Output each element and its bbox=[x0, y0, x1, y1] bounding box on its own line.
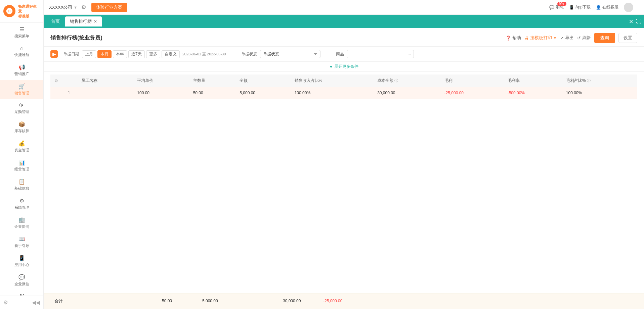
col-amount: 全额 bbox=[235, 74, 290, 87]
sidebar-item-marketing[interactable]: 📢 营销推广 bbox=[0, 61, 43, 80]
sidebar-label-inventory: 库存核算 bbox=[14, 128, 29, 134]
footer-gross: -25,000.00 bbox=[319, 297, 359, 306]
period-last-7[interactable]: 近7天 bbox=[128, 50, 145, 58]
sidebar-nav: ☰ 搜索菜单 ⌂ 快捷导航 📢 营销推广 🛒 销售管理 🛍 采购管理 📦 库存核… bbox=[0, 23, 43, 296]
goods-filter-more-icon: ··· bbox=[407, 52, 411, 56]
purchase-icon: 🛍 bbox=[19, 102, 25, 108]
settings-bottom-icon[interactable]: ⚙ bbox=[3, 299, 8, 306]
export-button[interactable]: ↗ 导出 bbox=[560, 35, 574, 41]
row-gross-cell: -25,000.00 bbox=[440, 87, 504, 99]
data-table: ⚙ 员工名称 平均单价 主数量 全额 销售收入占比% 成本全额 ⓘ bbox=[50, 74, 637, 99]
filter-toggle-button[interactable]: ▶ bbox=[50, 50, 58, 58]
sidebar-item-sales[interactable]: 🛒 销售管理 bbox=[0, 80, 43, 99]
footer-cost: 30,000.00 bbox=[279, 297, 319, 306]
row-settings-cell bbox=[50, 87, 64, 99]
status-filter-section: 单据状态 单据状态 bbox=[241, 50, 320, 58]
settings-button[interactable]: 设置 bbox=[618, 33, 637, 43]
period-custom[interactable]: 自定义 bbox=[162, 50, 180, 58]
app-download-label: App下载 bbox=[575, 4, 591, 10]
sidebar-item-inventory[interactable]: 📦 库存核算 bbox=[0, 118, 43, 137]
sidebar-item-purchase[interactable]: 🛍 采购管理 bbox=[0, 99, 43, 118]
sidebar-item-enterprise[interactable]: 🏢 企业协同 bbox=[0, 213, 43, 233]
goods-filter-input[interactable]: ··· bbox=[347, 50, 414, 58]
sidebar-item-search[interactable]: ☰ 搜索菜单 bbox=[0, 23, 43, 42]
period-last-month[interactable]: 上月 bbox=[82, 50, 96, 58]
period-more[interactable]: 更多 bbox=[146, 50, 160, 58]
company-selector[interactable]: XXXXX公司 ▼ bbox=[49, 4, 77, 10]
cost-info-icon[interactable]: ⓘ bbox=[394, 79, 398, 83]
expand-more-button[interactable]: ▼ 展开更多条件 bbox=[329, 64, 359, 69]
sidebar-item-guide[interactable]: 📖 新手引导 bbox=[0, 233, 43, 252]
tab-home[interactable]: 首页 bbox=[46, 16, 65, 27]
table-body: 1 100.00 50.00 5,000.00 100.00% 30,000.0… bbox=[50, 87, 637, 99]
status-filter-select[interactable]: 单据状态 bbox=[260, 50, 320, 58]
sidebar-label-sales: 销售管理 bbox=[14, 91, 29, 96]
base-icon: 📋 bbox=[18, 178, 25, 185]
guide-icon: 📖 bbox=[18, 236, 25, 242]
sidebar-item-wechat[interactable]: 💬 企业微信 bbox=[0, 271, 43, 290]
col-main-qty: 主数量 bbox=[189, 74, 236, 87]
tab-close-all-icon[interactable]: ✕ bbox=[629, 18, 633, 25]
table-footer-bar: 合计 50.00 5,000.00 30,000.00 -25,000.00 bbox=[44, 294, 644, 309]
period-this-month[interactable]: 本月 bbox=[97, 50, 112, 58]
sidebar-label-quick: 快捷导航 bbox=[14, 52, 29, 57]
company-name: XXXXX公司 bbox=[49, 4, 72, 10]
messages-item[interactable]: 💬 消息 99+ bbox=[549, 4, 564, 10]
header-settings-icon[interactable]: ⚙ bbox=[81, 4, 86, 10]
period-this-year[interactable]: 本年 bbox=[113, 50, 127, 58]
sidebar-item-member[interactable]: V 畅会员 bbox=[0, 290, 43, 296]
expand-down-icon: ▼ bbox=[329, 64, 333, 69]
col-settings[interactable]: ⚙ bbox=[50, 74, 64, 87]
footer-amount: 5,000.00 bbox=[198, 297, 239, 306]
tab-maximize-icon[interactable]: ⛶ bbox=[636, 18, 641, 25]
goods-filter-section: 商品 ··· bbox=[336, 50, 414, 58]
row-gross-pct-cell: 100.00% bbox=[562, 87, 637, 99]
sidebar-item-quick[interactable]: ⌂ 快捷导航 bbox=[0, 42, 43, 61]
tab-home-label: 首页 bbox=[51, 18, 60, 24]
row-avg-price-cell: 100.00 bbox=[133, 87, 189, 99]
trial-button[interactable]: 体验行业方案 bbox=[91, 3, 127, 12]
refresh-button[interactable]: ↺ 刷新 bbox=[577, 35, 591, 41]
sales-icon: 🛒 bbox=[18, 83, 25, 90]
service-item[interactable]: 👤 在线客服 bbox=[596, 4, 618, 10]
help-button[interactable]: ❓ 帮助 bbox=[506, 35, 521, 41]
print-button[interactable]: 🖨 按模板打印 ▼ bbox=[524, 35, 557, 41]
header-right: 💬 消息 99+ 📱 App下载 👤 在线客服 bbox=[549, 3, 639, 12]
avatar[interactable] bbox=[624, 3, 633, 12]
help-label: 帮助 bbox=[512, 35, 521, 41]
member-icon: V bbox=[19, 293, 24, 296]
tab-close-icon[interactable]: ✕ bbox=[94, 19, 97, 24]
phone-icon: 📱 bbox=[569, 5, 574, 10]
collapse-icon[interactable]: ◀◀ bbox=[32, 299, 40, 306]
system-icon: ⚙ bbox=[19, 198, 24, 204]
sidebar-item-operation[interactable]: 📊 经营管理 bbox=[0, 156, 43, 175]
search-icon: ☰ bbox=[19, 26, 24, 33]
expand-more-label: 展开更多条件 bbox=[334, 64, 358, 69]
app-download-item[interactable]: 📱 App下载 bbox=[569, 4, 591, 10]
sidebar-label-base: 基础信息 bbox=[14, 186, 29, 191]
footer-cells: 合计 50.00 5,000.00 30,000.00 -25,000.00 bbox=[50, 297, 637, 306]
tab-bar-right: ✕ ⛶ bbox=[629, 18, 641, 25]
col-settings-icon[interactable]: ⚙ bbox=[54, 79, 58, 83]
row-cost-cell: 30,000.00 bbox=[373, 87, 440, 99]
marketing-icon: 📢 bbox=[18, 64, 25, 70]
date-range-display: 2023-06-01 至 2023-06-30 bbox=[182, 52, 226, 57]
print-icon: 🖨 bbox=[524, 36, 529, 41]
expand-row: ▼ 展开更多条件 bbox=[44, 62, 644, 72]
tab-sales-rank-label: 销售排行榜 bbox=[70, 18, 92, 24]
query-button[interactable]: 查询 bbox=[594, 33, 615, 43]
logo: 畅康通好生意 标准版 bbox=[0, 0, 43, 23]
operation-icon: 📊 bbox=[18, 159, 25, 166]
sidebar-item-apps[interactable]: 📱 应用中心 bbox=[0, 252, 43, 271]
sidebar-label-finance: 资金管理 bbox=[14, 148, 29, 153]
sidebar-item-base[interactable]: 📋 基础信息 bbox=[0, 175, 43, 194]
apps-icon: 📱 bbox=[18, 255, 25, 261]
footer-avg-price bbox=[118, 297, 158, 306]
sidebar-item-finance[interactable]: 💰 资金管理 bbox=[0, 137, 43, 156]
sidebar-label-wechat: 企业微信 bbox=[14, 281, 29, 287]
tab-sales-rank[interactable]: 销售排行榜 ✕ bbox=[65, 16, 102, 27]
col-sales-pct: 销售收入占比% bbox=[291, 74, 373, 87]
sidebar-item-system[interactable]: ⚙ 系统管理 bbox=[0, 194, 43, 213]
gross-pct-info-icon[interactable]: ⓘ bbox=[587, 79, 591, 83]
table-head: ⚙ 员工名称 平均单价 主数量 全额 销售收入占比% 成本全额 ⓘ bbox=[50, 74, 637, 87]
